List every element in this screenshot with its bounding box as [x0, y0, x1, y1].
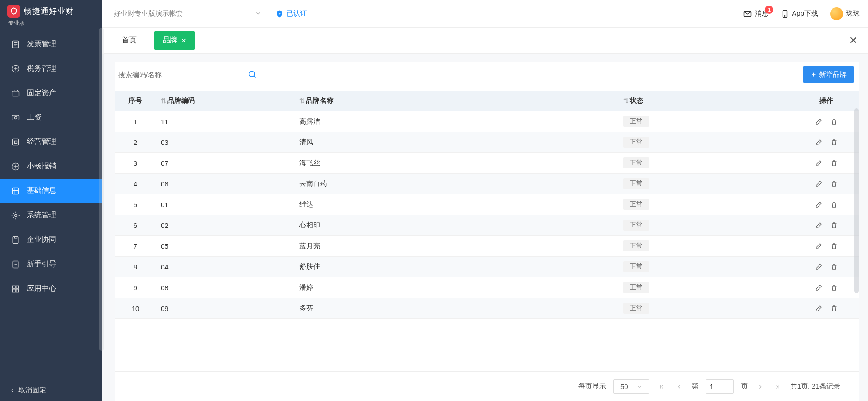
delete-button[interactable] [830, 118, 838, 126]
delete-button[interactable] [830, 221, 838, 229]
th-status[interactable]: ⇅状态 [619, 91, 794, 111]
close-all-tabs[interactable]: ✕ [846, 33, 861, 48]
cell-name: 维达 [295, 194, 619, 215]
sidebar-item-label: 工资 [27, 113, 42, 122]
svg-rect-11 [12, 286, 15, 288]
sidebar-item-asset[interactable]: 固定资产 [0, 81, 102, 105]
svg-point-17 [785, 15, 786, 16]
system-icon [11, 211, 20, 220]
delete-button[interactable] [830, 263, 838, 271]
first-page-button[interactable] [656, 382, 667, 392]
prev-page-button[interactable] [674, 382, 684, 392]
search-icon[interactable] [248, 70, 257, 79]
search-input[interactable] [118, 71, 244, 78]
cell-name: 海飞丝 [295, 153, 619, 174]
cell-status: 正常 [619, 298, 794, 319]
table-row[interactable]: 804舒肤佳正常 [115, 257, 859, 277]
account-selector[interactable]: 好业财专业版演示帐套 [114, 9, 261, 18]
last-page-button[interactable] [773, 382, 783, 392]
sidebar-item-apps[interactable]: 应用中心 [0, 276, 102, 301]
sidebar-item-base[interactable]: 基础信息 [0, 179, 102, 203]
table-row[interactable]: 705蓝月亮正常 [115, 236, 859, 257]
next-page-button[interactable] [755, 382, 765, 392]
delete-button[interactable] [830, 284, 838, 292]
table-row[interactable]: 111高露洁正常 [115, 111, 859, 132]
table-row[interactable]: 307海飞丝正常 [115, 153, 859, 174]
sidebar-item-biz[interactable]: 经营管理 [0, 130, 102, 154]
sidebar-item-system[interactable]: 系统管理 [0, 203, 102, 227]
table-row[interactable]: 1009多芬正常 [115, 298, 859, 319]
tab-home[interactable]: 首页 [114, 31, 145, 50]
sidebar-item-salary[interactable]: 工资 [0, 105, 102, 130]
add-brand-button[interactable]: ＋ 新增品牌 [803, 66, 854, 83]
table-row[interactable]: 602心相印正常 [115, 215, 859, 236]
cell-status: 正常 [619, 215, 794, 236]
tab-close-icon[interactable]: ✕ [181, 37, 187, 44]
edit-button[interactable] [815, 138, 823, 146]
edit-button[interactable] [815, 305, 823, 312]
sidebar-item-invoice[interactable]: 发票管理 [0, 32, 102, 56]
apps-icon [11, 284, 20, 293]
th-name[interactable]: ⇅品牌名称 [295, 91, 619, 111]
cell-name: 高露洁 [295, 111, 619, 132]
sidebar-unpin[interactable]: 取消固定 [0, 379, 102, 401]
status-badge: 正常 [623, 199, 649, 210]
table-row[interactable]: 501维达正常 [115, 194, 859, 215]
edit-button[interactable] [815, 263, 823, 271]
sidebar-item-guide[interactable]: 新手引导 [0, 252, 102, 276]
th-seq[interactable]: 序号 [115, 91, 156, 111]
page-input[interactable] [706, 379, 734, 394]
tab-brand[interactable]: 品牌 ✕ [154, 31, 195, 50]
cell-seq: 9 [115, 277, 156, 298]
app-download-button[interactable]: App下载 [781, 9, 818, 18]
delete-button[interactable] [830, 305, 838, 312]
edit-button[interactable] [815, 284, 823, 292]
messages-button[interactable]: 消息 1 [743, 9, 769, 18]
delete-button[interactable] [830, 201, 838, 209]
delete-button[interactable] [830, 138, 838, 146]
invoice-icon [11, 40, 20, 49]
cell-status: 正常 [619, 153, 794, 174]
sidebar-item-tax[interactable]: 税务管理 [0, 56, 102, 81]
add-brand-label: 新增品牌 [819, 70, 847, 79]
edit-button[interactable] [815, 118, 823, 126]
delete-button[interactable] [830, 159, 838, 167]
avatar-icon [830, 7, 843, 20]
sidebar-item-label: 应用中心 [27, 284, 56, 293]
sidebar-scrollbar[interactable] [99, 28, 104, 351]
sidebar-item-expense[interactable]: 小畅报销 [0, 154, 102, 179]
table-row[interactable]: 203清风正常 [115, 132, 859, 153]
table-row[interactable]: 908潘婷正常 [115, 277, 859, 298]
edit-button[interactable] [815, 221, 823, 229]
edit-button[interactable] [815, 159, 823, 167]
base-icon [11, 186, 20, 196]
cell-status: 正常 [619, 277, 794, 298]
user-name: 珠珠 [846, 9, 860, 18]
delete-button[interactable] [830, 242, 838, 250]
svg-rect-3 [12, 115, 19, 120]
salary-icon [11, 113, 20, 122]
per-page-select[interactable]: 50 [613, 379, 649, 394]
status-badge: 正常 [623, 157, 649, 168]
search-box[interactable] [118, 68, 257, 81]
verified-badge: 已认证 [275, 9, 307, 18]
sidebar-item-collab[interactable]: 企业协同 [0, 227, 102, 252]
delete-button[interactable] [830, 180, 838, 188]
user-menu[interactable]: 珠珠 [830, 7, 860, 20]
cell-name: 云南白药 [295, 174, 619, 194]
cell-seq: 2 [115, 132, 156, 153]
message-icon [743, 9, 752, 18]
status-badge: 正常 [623, 116, 649, 127]
guide-icon [11, 260, 20, 269]
edit-button[interactable] [815, 242, 823, 250]
cell-seq: 4 [115, 174, 156, 194]
edit-button[interactable] [815, 201, 823, 209]
cell-code: 01 [156, 194, 295, 215]
th-code[interactable]: ⇅品牌编码 [156, 91, 295, 111]
cell-code: 11 [156, 111, 295, 132]
table-row[interactable]: 406云南白药正常 [115, 174, 859, 194]
edit-button[interactable] [815, 180, 823, 188]
sidebar-item-label: 系统管理 [27, 210, 56, 220]
status-badge: 正常 [623, 137, 649, 148]
table-scrollbar[interactable] [854, 108, 859, 293]
